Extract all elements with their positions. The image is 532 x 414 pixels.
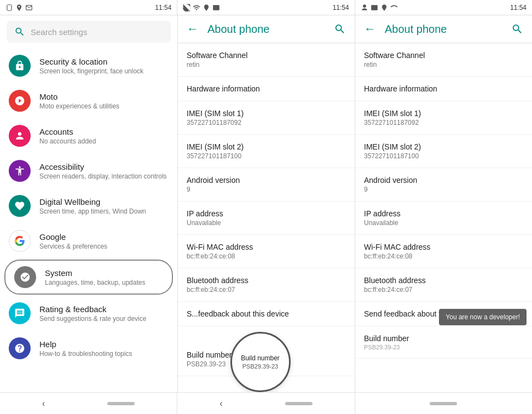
android-subtitle-1: 9	[187, 186, 346, 193]
about-item-android-2[interactable]: Android version 9	[355, 168, 532, 202]
security-title: Security & location	[39, 57, 169, 66]
about-title-1: About phone	[207, 23, 325, 36]
system-subtitle: Languages, time, backup, updates	[45, 279, 163, 286]
imei1-title-1: IMEI (SIM slot 1)	[187, 109, 346, 118]
android-subtitle-2: 9	[364, 186, 523, 193]
nav-home-right[interactable]	[430, 402, 457, 405]
search-icon	[14, 26, 25, 37]
bluetooth-title-1: Bluetooth address	[187, 276, 346, 285]
about-panel-2: ← About phone Software Channel retin Har…	[355, 15, 532, 392]
system-item-text: System Languages, time, backup, updates	[45, 268, 163, 286]
settings-item-moto[interactable]: Moto Moto experiences & utilities	[0, 83, 177, 118]
about-item-feedback-1[interactable]: S...feedback about this device	[178, 302, 355, 326]
about-item-android-1[interactable]: Android version 9	[178, 168, 355, 202]
android-title-2: Android version	[364, 176, 523, 185]
about-item-bluetooth-2[interactable]: Bluetooth address bc:ff:eb:24:ce:07	[355, 268, 532, 302]
rating-icon	[9, 302, 31, 324]
about-item-ip-2[interactable]: IP address Unavailable	[355, 202, 532, 235]
moto-icon	[9, 90, 31, 112]
imei2-title-1: IMEI (SIM slot 2)	[187, 142, 346, 151]
moto-subtitle: Moto experiences & utilities	[39, 102, 169, 110]
bluetooth-subtitle-1: bc:ff:eb:24:ce:07	[187, 286, 346, 294]
help-title: Help	[39, 340, 169, 349]
build-circle-title: Build number	[241, 354, 280, 362]
help-subtitle: How-to & troubleshooting topics	[39, 350, 169, 358]
build-subtitle-2: PSB29.39-23	[364, 344, 523, 350]
ip-title-1: IP address	[187, 209, 346, 218]
about-item-software-channel-2[interactable]: Software Channel retin	[355, 43, 532, 77]
digital-wellbeing-item-text: Digital Wellbeing Screen time, app timer…	[39, 197, 169, 215]
about-item-imei2-1[interactable]: IMEI (SIM slot 2) 357227101187100	[178, 135, 355, 168]
about-item-bluetooth-1[interactable]: Bluetooth address bc:ff:eb:24:ce:07	[178, 268, 355, 302]
ip-subtitle-2: Unavailable	[364, 219, 523, 227]
mid-status-icons	[183, 4, 220, 12]
nav-back-left[interactable]: ‹	[42, 399, 45, 409]
settings-item-google[interactable]: Google Services & preferences	[0, 223, 177, 258]
about-item-hardware-2[interactable]: Hardware information	[355, 77, 532, 101]
about-list-1: Software Channel retin Hardware informat…	[178, 43, 355, 392]
about-item-build-1[interactable]: Build number PSB29.39-23 Build number PS…	[178, 343, 355, 376]
google-subtitle: Services & preferences	[39, 243, 169, 250]
about-item-imei1-2[interactable]: IMEI (SIM slot 1) 357227101187092	[355, 101, 532, 135]
settings-item-digital-wellbeing[interactable]: Digital Wellbeing Screen time, app timer…	[0, 188, 177, 223]
imei2-subtitle-2: 357227101187100	[364, 152, 523, 160]
about-item-wifi-2[interactable]: Wi-Fi MAC address bc:ff:eb:24:ce:08	[355, 235, 532, 268]
back-arrow-2[interactable]: ←	[364, 22, 376, 36]
about-list-2: Software Channel retin Hardware informat…	[355, 43, 532, 392]
settings-item-help[interactable]: Help How-to & troubleshooting topics	[0, 331, 177, 366]
ip-subtitle-1: Unavailable	[187, 219, 346, 227]
imei1-subtitle-2: 357227101187092	[364, 119, 523, 127]
about-item-imei2-2[interactable]: IMEI (SIM slot 2) 357227101187100	[355, 135, 532, 168]
search-icon-about-1[interactable]	[334, 23, 346, 35]
bluetooth-subtitle-2: bc:ff:eb:24:ce:07	[364, 286, 523, 294]
accessibility-title: Accessibility	[39, 162, 169, 171]
software-channel-subtitle-1: retin	[187, 61, 346, 68]
security-item-text: Security & location Screen lock, fingerp…	[39, 57, 169, 75]
about-title-2: About phone	[385, 23, 502, 36]
about-item-hardware-1[interactable]: Hardware information	[178, 77, 355, 101]
about-item-build-2[interactable]: Build number PSB29.39-23 You are now a d…	[355, 326, 532, 359]
hardware-title-2: Hardware information	[364, 84, 523, 93]
settings-panel: Search settings Security & location Scre…	[0, 15, 178, 392]
nav-back-mid[interactable]: ‹	[219, 399, 222, 409]
search-bar[interactable]: Search settings	[7, 21, 171, 43]
about-header-2: ← About phone	[355, 15, 532, 43]
settings-item-accounts[interactable]: Accounts No accounts added	[0, 118, 177, 153]
nav-home-left[interactable]	[107, 402, 135, 405]
status-bar-right: 11:54	[355, 0, 532, 15]
about-item-ip-1[interactable]: IP address Unavailable	[178, 202, 355, 235]
bluetooth-title-2: Bluetooth address	[364, 276, 523, 285]
software-channel-subtitle-2: retin	[364, 61, 523, 68]
digital-wellbeing-title: Digital Wellbeing	[39, 197, 169, 206]
imei1-subtitle-1: 357227101187092	[187, 119, 346, 127]
software-channel-title-2: Software Channel	[364, 51, 523, 60]
google-item-text: Google Services & preferences	[39, 232, 169, 250]
search-placeholder: Search settings	[31, 27, 87, 37]
status-bar-mid: 11:54	[177, 0, 355, 15]
accessibility-subtitle: Screen readers, display, interaction con…	[39, 173, 169, 180]
accessibility-icon	[9, 160, 31, 182]
settings-item-accessibility[interactable]: Accessibility Screen readers, display, i…	[0, 153, 177, 188]
about-item-wifi-1[interactable]: Wi-Fi MAC address bc:ff:eb:24:ce:08	[178, 235, 355, 268]
toast-notification: You are now a developer!	[439, 309, 527, 325]
search-icon-about-2[interactable]	[511, 23, 523, 35]
settings-item-rating[interactable]: Rating & feedback Send suggestions & rat…	[0, 296, 177, 331]
about-item-software-channel-1[interactable]: Software Channel retin	[178, 43, 355, 77]
feedback-title-1: S...feedback about this device	[187, 309, 346, 318]
about-header-1: ← About phone	[178, 15, 355, 43]
back-arrow-1[interactable]: ←	[187, 22, 199, 36]
about-item-imei1-1[interactable]: IMEI (SIM slot 1) 357227101187092	[178, 101, 355, 135]
build-circle-value: PSB29.39-23	[242, 363, 278, 370]
wifi-subtitle-1: bc:ff:eb:24:ce:08	[187, 252, 346, 260]
android-title-1: Android version	[187, 176, 346, 185]
security-icon	[9, 55, 31, 77]
settings-item-security[interactable]: Security & location Screen lock, fingerp…	[0, 48, 177, 83]
build-title-2: Build number	[364, 334, 523, 343]
wifi-subtitle-2: bc:ff:eb:24:ce:08	[364, 252, 523, 260]
rating-item-text: Rating & feedback Send suggestions & rat…	[39, 304, 169, 323]
software-channel-title-1: Software Channel	[187, 51, 346, 60]
digital-wellbeing-icon	[9, 195, 31, 217]
status-bar: 11:54 11:54 11:54	[0, 0, 532, 15]
settings-item-system[interactable]: System Languages, time, backup, updates	[4, 260, 173, 295]
nav-home-mid[interactable]	[285, 402, 313, 405]
